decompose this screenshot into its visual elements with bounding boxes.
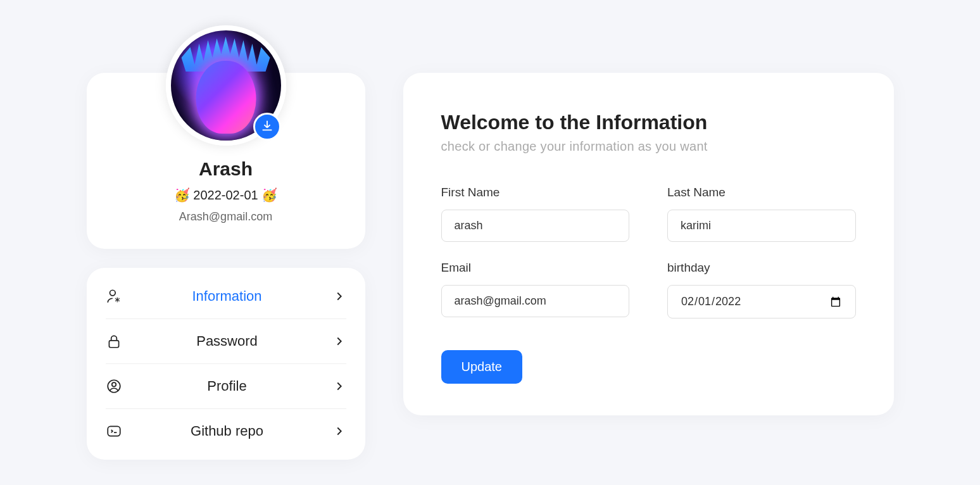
birthday-label: birthday [667,261,856,275]
birthday-input[interactable] [667,285,856,318]
nav-item-profile[interactable]: Profile [106,364,346,409]
page-subtitle: check or change your information as you … [441,139,856,154]
email-group: Email [441,261,630,318]
download-avatar-button[interactable] [253,113,281,141]
profile-name: Arash [106,158,346,180]
chevron-right-icon [332,424,346,438]
email-label: Email [441,261,630,275]
profile-email: Arash@gmail.com [106,210,346,224]
first-name-group: First Name [441,186,630,242]
chevron-right-icon [332,334,346,348]
information-panel: Welcome to the Information check or chan… [403,73,894,415]
nav-card: Information Password Profile [87,268,365,460]
page-title: Welcome to the Information [441,111,856,134]
svg-point-4 [111,382,116,387]
nav-label: Information [122,288,332,305]
nav-label: Profile [122,378,332,394]
svg-rect-2 [109,341,118,348]
first-name-label: First Name [441,186,630,199]
svg-rect-5 [108,426,120,436]
user-cog-icon [106,288,122,305]
update-button[interactable]: Update [441,350,523,384]
lock-icon [106,333,122,350]
svg-point-1 [116,299,118,301]
chevron-right-icon [332,379,346,393]
email-input[interactable] [441,285,630,317]
svg-point-0 [110,290,115,296]
download-icon [260,118,274,135]
nav-label: Github repo [122,423,332,439]
profile-date: 🥳 2022-02-01 🥳 [106,187,346,203]
nav-item-information[interactable]: Information [106,274,346,319]
nav-label: Password [122,333,332,350]
avatar-wrapper [166,25,286,146]
chevron-right-icon [332,289,346,303]
user-circle-icon [106,378,122,394]
first-name-input[interactable] [441,210,630,242]
terminal-icon [106,423,122,439]
nav-item-password[interactable]: Password [106,319,346,364]
nav-item-github[interactable]: Github repo [106,409,346,453]
last-name-label: Last Name [667,186,856,199]
profile-card: Arash 🥳 2022-02-01 🥳 Arash@gmail.com [87,73,365,249]
last-name-input[interactable] [667,210,856,242]
last-name-group: Last Name [667,186,856,242]
birthday-group: birthday [667,261,856,318]
